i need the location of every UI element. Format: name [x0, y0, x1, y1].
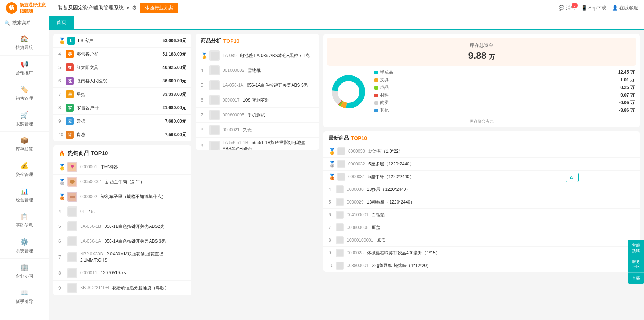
product-name-2: 新西兰牛肉（新牛）: [105, 179, 144, 184]
customer-name-10: 肖总: [77, 132, 165, 138]
hp-rank-5: 5: [58, 224, 66, 229]
svg-rect-32: [337, 237, 343, 243]
new-products-title-label: 最新商品: [329, 135, 349, 141]
sidebar-item-cooperation[interactable]: 🏢 企业协同: [0, 259, 49, 284]
svg-rect-6: [68, 208, 76, 216]
np-item-5: 5 0000029 18颗粒板（1220*2440）: [323, 196, 640, 209]
product-info-4: 01 45#: [80, 209, 186, 215]
ai-label[interactable]: Ai: [566, 173, 579, 182]
system-dropdown-btn[interactable]: [127, 5, 129, 11]
pa-name-4: 雪地靴: [248, 68, 261, 73]
product-code-2: 000500001: [80, 179, 102, 184]
hot-product-item-5: 5 LA-056-1B 056-1B白色按键开关壳ABS2壳: [53, 219, 191, 234]
svg-rect-34: [337, 262, 343, 269]
customer-value-5: 40,925.00元: [163, 65, 186, 71]
app-download-btn[interactable]: 📱 App下载: [581, 5, 606, 11]
np-name-4: 18多层（1220*2440）: [367, 187, 410, 192]
customer-value-10: 7,563.00元: [165, 132, 186, 138]
sidebar-item-finance[interactable]: 💰 资金管理: [0, 157, 49, 182]
np-rank-10: 10: [329, 263, 336, 268]
np-name-7: 原盖: [372, 225, 380, 230]
sidebar-item-operations[interactable]: 📊 经营管理: [0, 182, 49, 208]
app-icon: 📱: [581, 5, 587, 11]
svg-rect-14: [211, 81, 219, 89]
sidebar-item-basic-info[interactable]: 📋 基础信息: [0, 208, 49, 233]
sidebar-item-guide[interactable]: 📖 新手引导: [0, 284, 49, 309]
sidebar-item-inventory[interactable]: 📦 库存核算: [0, 132, 49, 157]
np-medal-bronze: 🥉: [329, 173, 336, 180]
settings-btn[interactable]: ⚙: [132, 4, 137, 11]
pa-rank-4: 4: [201, 68, 208, 73]
np-thumb-6: [336, 211, 344, 219]
pa-thumb-4: [209, 65, 220, 75]
legend-value-4: 0.07 万: [620, 92, 635, 98]
logo: 畅 畅捷通好生意 标准版: [6, 2, 55, 14]
float-btn-live[interactable]: 直播: [628, 273, 644, 284]
customer-value-9: 7,680.00元: [165, 118, 186, 124]
hot-product-item-1: 🥇 0000001 中华神器: [53, 160, 191, 175]
np-thumb-2: [337, 160, 345, 168]
sidebar-label-guide: 新手引导: [16, 299, 33, 305]
float-btn-community[interactable]: 服务社区: [628, 256, 644, 273]
svg-rect-25: [338, 148, 345, 155]
np-thumb-9: [336, 249, 344, 257]
rank-num-8: 8: [58, 105, 66, 110]
product-thumb-9: [67, 283, 77, 293]
np-rank-8: 8: [329, 238, 336, 243]
sidebar-item-marketing[interactable]: 📢 营销推广: [0, 56, 49, 81]
pa-code-5: LA-056-1A: [223, 83, 243, 88]
legend-value-6: -3.86 万: [619, 107, 635, 114]
hot-product-item-9: 9 KK-SD22110H 花语萌恒温分腿睡袋（厚款）: [53, 281, 191, 295]
svg-rect-13: [211, 66, 219, 74]
np-item-2: 🥈 0000032 5厘多层（1220*2440）: [323, 158, 640, 171]
online-service-btn[interactable]: 👤 在线客服: [612, 5, 638, 11]
product-analysis-header: 商品分析 TOP10: [196, 34, 319, 48]
messages-btn[interactable]: 💬 消息 6: [559, 5, 575, 11]
basic-info-icon: 📋: [20, 212, 29, 221]
customer-avatar-6: 苍: [66, 77, 74, 85]
customer-rank-item-3: 🏅 L LS 客户 53,006.26元: [53, 34, 191, 48]
trial-btn[interactable]: 体验行业方案: [140, 3, 178, 13]
svg-rect-16: [211, 111, 219, 119]
pa-thumb-5: [209, 80, 220, 90]
pa-info-7: 000800005 手机测试: [223, 112, 314, 118]
medal-silver-icon: 🥈: [58, 179, 66, 185]
hot-product-item-3: 🥉 0000002 智利车子里（规格不知道填什么）: [53, 189, 191, 204]
search-menu-item[interactable]: 🔍 搜索菜单: [0, 16, 49, 30]
pa-code-6: 0000017: [223, 98, 240, 103]
medal-bronze-icon: 🥉: [58, 193, 66, 200]
np-info-3: 0000031 5厘中纤（1220*2440）: [348, 174, 414, 180]
sidebar-item-purchase[interactable]: 🛒 采购管理: [0, 106, 49, 132]
sidebar-item-quick-nav[interactable]: 🏠 快捷导航: [0, 30, 49, 56]
customer-value-6: 36,600.00元: [163, 78, 186, 84]
inventory-value: 9.88: [468, 50, 487, 61]
pa-name-6: 10S 变刹罗刹: [243, 98, 269, 103]
pa-code-7: 000800005: [223, 112, 244, 118]
inventory-card: 库存总资金 9.88 万: [323, 34, 640, 127]
product-analysis-title: 商品分析: [201, 38, 221, 44]
np-rank-4: 4: [329, 187, 336, 192]
pa-rank-5: 5: [201, 83, 208, 88]
rank-num-5: 5: [58, 65, 66, 70]
np-thumb-10: [336, 262, 344, 270]
product-analysis-list: 🏅 LA-089 电池盖 LA-089 ABS本色+黑种 7.1克 4: [196, 48, 319, 150]
inventory-total-box: 库存总资金 9.88 万: [327, 38, 636, 66]
sidebar-item-sales[interactable]: 🏷️ 销售管理: [0, 81, 49, 106]
system-name: 装备及固定资产辅助管理系统: [58, 5, 124, 11]
np-code-7: 000800008: [347, 225, 368, 230]
float-btn-service[interactable]: 客服热线: [628, 240, 644, 257]
np-code-4: 0000030: [347, 187, 364, 192]
sidebar-item-system[interactable]: ⚙️ 系统管理: [0, 233, 49, 259]
np-info-7: 000800008 原盖: [347, 225, 380, 231]
tab-home[interactable]: 首页: [49, 16, 74, 30]
np-code-1: 0000033: [348, 149, 365, 154]
customer-rank-list: 🏅 L LS 客户 53,006.26元 4 零 零售客户·许 51,183.0…: [53, 34, 191, 141]
customer-avatar-9: 云: [66, 117, 74, 125]
hot-product-item-4: 4 01 45#: [53, 204, 191, 219]
pa-thumb-6: [209, 95, 220, 105]
right-column: 库存总资金 9.88 万: [323, 34, 640, 316]
product-thumb-8: [67, 268, 77, 278]
customer-value-3: 53,006.26元: [163, 38, 186, 44]
product-code-6: LA-056-1A: [80, 239, 101, 244]
np-item-3: 🥉 0000031 5厘中纤（1220*2440）: [323, 171, 640, 183]
